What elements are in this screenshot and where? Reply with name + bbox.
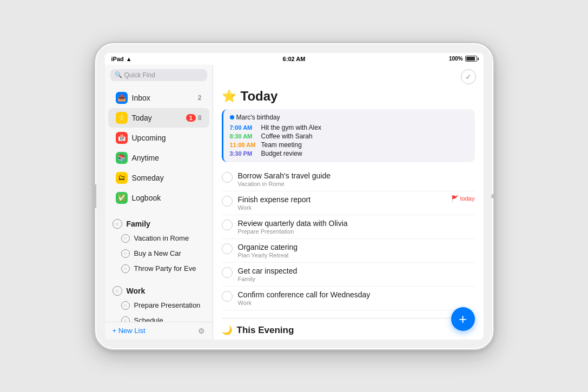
task-title-2: Finish expense report (238, 195, 451, 204)
birthday-dot (230, 115, 234, 119)
task-checkbox-5[interactable] (222, 267, 233, 278)
family-group-icon: ○ (113, 219, 122, 229)
task-checkbox-4[interactable] (222, 243, 233, 254)
task-item-conference-call[interactable]: Confirm conference call for Wednesday Wo… (222, 287, 475, 310)
task-content-5: Get car inspected Family (238, 267, 475, 282)
task-item-expense-report[interactable]: Finish expense report Work 🚩 today (222, 191, 475, 215)
sidebar-footer: + New List ⚙ (105, 322, 213, 340)
inbox-label: Inbox (132, 94, 198, 102)
sidebar-item-today[interactable]: ⭐ Today 1 8 (108, 108, 209, 128)
sidebar-item-buy-car[interactable]: ○ Buy a New Car (105, 246, 213, 261)
task-content-6: Confirm conference call for Wednesday Wo… (238, 290, 475, 306)
task-subtitle-2: Work (238, 204, 451, 211)
today-section-title-row: ⭐ Today (222, 89, 475, 104)
someday-icon: 🗂 (116, 172, 128, 184)
status-bar-time: 6:02 AM (283, 56, 306, 62)
family-group-label: Family (127, 220, 150, 228)
done-button[interactable]: ✓ (461, 69, 476, 84)
calendar-event-3[interactable]: 11:00 AM Team meeting (230, 141, 468, 149)
task-checkbox-6[interactable] (222, 291, 233, 302)
wifi-icon: ▲ (126, 56, 132, 62)
task-item-review-quarterly[interactable]: Review quarterly data with Olivia Prepar… (222, 215, 475, 239)
calendar-event-4[interactable]: 3:30 PM Budget review (230, 149, 468, 158)
task-title-5: Get car inspected (238, 267, 475, 275)
ipad-label: iPad (111, 56, 124, 62)
family-group-header[interactable]: ○ Family (105, 214, 213, 231)
event-time-1: 7:00 AM (230, 124, 261, 131)
search-placeholder: Quick Find (124, 71, 155, 79)
evening-icon: 🌙 (222, 325, 233, 335)
event-name-1: Hit the gym with Alex (261, 124, 321, 131)
ipad-home-button[interactable] (491, 194, 495, 198)
work-group-header[interactable]: ○ Work (105, 281, 213, 298)
task-content-3: Review quarterly data with Olivia Prepar… (238, 219, 475, 235)
anytime-label: Anytime (132, 154, 202, 162)
ipad-frame: iPad ▲ 6:02 AM 100% 🔍 Quick Find (94, 42, 494, 350)
evening-title: This Evening (237, 325, 294, 336)
task-flag-2: 🚩 today (451, 195, 475, 202)
task-checkbox-3[interactable] (222, 220, 233, 230)
task-item-borrow-guide[interactable]: Borrow Sarah's travel guide Vacation in … (222, 168, 475, 191)
buy-car-icon: ○ (121, 249, 130, 258)
battery-icon (465, 56, 477, 62)
task-subtitle-4: Plan Yearly Retreat (238, 252, 475, 258)
event-name-3: Team meeting (261, 141, 302, 149)
status-bar-left: iPad ▲ (111, 56, 132, 62)
ipad-side-button[interactable] (93, 184, 96, 208)
vacation-rome-label: Vacation in Rome (134, 234, 189, 242)
calendar-event-2[interactable]: 8:30 AM Coffee with Sarah (230, 132, 468, 141)
add-task-button[interactable]: + (451, 307, 475, 331)
status-bar: iPad ▲ 6:02 AM 100% (105, 53, 484, 65)
search-bar-container: 🔍 Quick Find (105, 65, 213, 85)
sidebar-item-throw-party[interactable]: ○ Throw Party for Eve (105, 261, 213, 276)
today-label: Today (132, 114, 186, 122)
sidebar-item-someday[interactable]: 🗂 Someday (108, 168, 209, 188)
sidebar-item-prepare-presentation[interactable]: ○ Prepare Presentation (105, 298, 213, 313)
task-title-6: Confirm conference call for Wednesday (238, 290, 475, 299)
task-content-4: Organize catering Plan Yearly Retreat (238, 243, 475, 258)
task-title-3: Review quarterly data with Olivia (238, 219, 475, 228)
status-bar-right: 100% (449, 56, 477, 62)
anytime-icon: 📚 (116, 152, 128, 164)
task-list: ⭐ Today Marc's birthday 7:00 AM Hit the … (213, 87, 484, 340)
someday-label: Someday (132, 174, 202, 182)
today-count: 8 (198, 114, 202, 122)
main-content: ✓ ⭐ Today Marc's birthday (213, 65, 484, 340)
buy-car-label: Buy a New Car (134, 249, 181, 257)
event-time-2: 8:30 AM (230, 133, 261, 139)
event-time-4: 3:30 PM (230, 150, 261, 157)
task-item-get-car-inspected[interactable]: Get car inspected Family (222, 263, 475, 287)
schedule-icon: ○ (121, 316, 130, 322)
task-subtitle-3: Prepare Presentation (238, 228, 475, 235)
task-item-organize-catering[interactable]: Organize catering Plan Yearly Retreat (222, 239, 475, 263)
logbook-icon: ✅ (116, 192, 128, 204)
task-subtitle-5: Family (238, 276, 475, 282)
sidebar-item-anytime[interactable]: 📚 Anytime (108, 148, 209, 168)
sidebar-item-vacation-rome[interactable]: ○ Vacation in Rome (105, 231, 213, 246)
sidebar-item-logbook[interactable]: ✅ Logbook (108, 188, 209, 208)
today-section-title: Today (241, 89, 278, 104)
prepare-presentation-icon: ○ (121, 301, 130, 310)
throw-party-icon: ○ (121, 264, 130, 273)
calendar-event-1[interactable]: 7:00 AM Hit the gym with Alex (230, 123, 468, 132)
today-icon: ⭐ (116, 112, 128, 124)
settings-icon[interactable]: ⚙ (198, 327, 205, 335)
ipad-screen: iPad ▲ 6:02 AM 100% 🔍 Quick Find (105, 53, 484, 340)
event-name-4: Budget review (261, 150, 302, 157)
event-name-2: Coffee with Sarah (261, 132, 313, 140)
search-icon: 🔍 (115, 71, 122, 78)
schedule-label: Schedule... (134, 316, 169, 322)
task-subtitle-6: Work (238, 300, 475, 306)
sidebar-item-inbox[interactable]: 📥 Inbox 2 (108, 88, 209, 108)
new-list-button[interactable]: + New List (113, 327, 146, 335)
main-header: ✓ (213, 65, 484, 87)
task-checkbox-1[interactable] (222, 172, 233, 183)
throw-party-label: Throw Party for Eve (134, 264, 196, 273)
task-checkbox-2[interactable] (222, 196, 233, 207)
search-input[interactable]: 🔍 Quick Find (110, 69, 207, 81)
app-container: 🔍 Quick Find 📥 Inbox 2 ⭐ Today 1 (105, 65, 484, 340)
sidebar-item-upcoming[interactable]: 📅 Upcoming (108, 128, 209, 148)
prepare-presentation-label: Prepare Presentation (134, 301, 201, 309)
sidebar-item-schedule[interactable]: ○ Schedule... (105, 313, 213, 322)
calendar-block: Marc's birthday 7:00 AM Hit the gym with… (222, 109, 475, 162)
